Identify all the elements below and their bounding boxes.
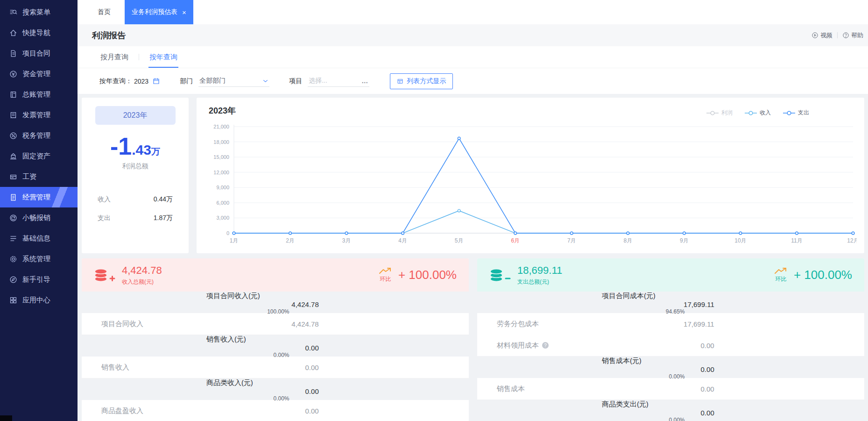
- ledger-icon: [9, 91, 17, 99]
- svg-text:11月: 11月: [791, 237, 802, 244]
- sidebar-item-app-center[interactable]: 应用中心: [0, 290, 78, 310]
- guide-icon: [9, 276, 17, 284]
- legend-item-expense[interactable]: 支出: [783, 109, 809, 117]
- legend-item-profit[interactable]: 利润: [706, 109, 733, 117]
- sidebar-item-label: 发票管理: [22, 111, 50, 120]
- profit-summary-card: 2023年 -1.43万 利润总额 收入0.44万 支出1.87万: [82, 98, 189, 253]
- quick-nav-icon: [9, 29, 17, 37]
- sidebar-footer[interactable]: [0, 415, 12, 421]
- sidebar-item-fixed-assets[interactable]: 固定资产: [0, 146, 78, 166]
- svg-text:12,000: 12,000: [213, 170, 229, 175]
- svg-text:18,000: 18,000: [213, 139, 229, 145]
- table-row: 商品盘盈收入 0.00: [82, 400, 469, 421]
- income-mom: 环比 + 100.00%: [379, 267, 457, 283]
- sidebar-item-label: 搜索菜单: [22, 8, 50, 17]
- table-row: 商品类支出(元) 0.00 0.00%: [477, 400, 864, 421]
- expense-total-value: 18,699.11: [517, 264, 562, 277]
- tax-icon: [9, 132, 17, 140]
- divider: [139, 54, 139, 60]
- table-row: 商品类收入(元) 0.00 0.00%: [82, 378, 469, 400]
- help-link[interactable]: 帮助: [842, 31, 863, 40]
- table-row: 项目合同收入 4,424.78: [82, 313, 469, 335]
- expense-total-label: 支出总额(元): [517, 278, 562, 286]
- query-panel: 按月查询 按年查询 按年查询： 2023 部门 全部部门 项目 选择... …: [78, 46, 868, 94]
- table-row: 材料领用成本? 0.00: [477, 335, 864, 357]
- sidebar-item-label: 固定资产: [22, 152, 50, 161]
- list-view-icon: [397, 78, 403, 85]
- svg-text:6,000: 6,000: [216, 200, 229, 206]
- income-card-header: 4,424.78 收入总额(元) 环比 + 100.00%: [82, 258, 469, 292]
- sidebar-item-project-contract[interactable]: 项目合同: [0, 43, 78, 64]
- sidebar-item-tax[interactable]: 税务管理: [0, 125, 78, 146]
- expense-card: 18,699.11 支出总额(元) 环比 + 100.00% 项目合同成: [477, 258, 864, 421]
- sidebar-item-funds[interactable]: 资金管理: [0, 64, 78, 84]
- project-select[interactable]: 选择... …: [308, 75, 369, 87]
- sidebar-item-label: 快捷导航: [22, 29, 50, 37]
- sidebar-item-label: 工资: [22, 172, 36, 181]
- close-icon[interactable]: ×: [182, 8, 186, 16]
- sidebar-item-guide[interactable]: 新手引导: [0, 269, 78, 290]
- title-links: 视频 帮助: [812, 31, 863, 40]
- app-root: 搜索菜单 快捷导航 项目合同 资金管理 总账管理 发票管理 税务管理 固定资产: [0, 0, 868, 421]
- project-contract-icon: [9, 50, 17, 57]
- svg-text:9月: 9月: [680, 237, 689, 244]
- sidebar-item-system[interactable]: 系统管理: [0, 249, 78, 269]
- svg-text:10月: 10月: [734, 237, 746, 244]
- sidebar-item-invoice[interactable]: 发票管理: [0, 105, 78, 125]
- year-pill: 2023年: [95, 106, 176, 125]
- sidebar-item-label: 基础信息: [22, 234, 50, 243]
- sidebar-item-reimburse[interactable]: 小畅报销: [0, 207, 78, 228]
- help-icon[interactable]: ?: [542, 342, 549, 349]
- tab-home[interactable]: 首页: [92, 0, 116, 24]
- svg-text:7月: 7月: [567, 237, 576, 244]
- sidebar-item-search-menu[interactable]: 搜索菜单: [0, 2, 78, 22]
- search-menu-icon: [9, 8, 17, 16]
- table-row: 销售成本 0.00: [477, 378, 864, 400]
- trend-up-icon: [379, 267, 392, 275]
- table-row: 劳务分包成本 17,699.11: [477, 313, 864, 335]
- mom-label: 环比: [775, 275, 786, 283]
- system-icon: [9, 255, 17, 263]
- calendar-icon[interactable]: [152, 77, 160, 85]
- trend-up-icon: [775, 267, 787, 275]
- expense-total: 18,699.11 支出总额(元): [517, 264, 562, 286]
- legend-marker: [706, 111, 719, 115]
- play-circle-icon: [812, 32, 819, 39]
- sidebar-item-operations[interactable]: 经营管理: [0, 187, 78, 207]
- question-circle-icon: [842, 32, 849, 39]
- profit-total-label: 利润总额: [82, 162, 189, 171]
- svg-text:2月: 2月: [286, 237, 295, 244]
- sidebar-item-basic-info[interactable]: 基础信息: [0, 228, 78, 249]
- dashboard: 2023年 -1.43万 利润总额 收入0.44万 支出1.87万 2023年 …: [78, 94, 868, 421]
- chevron-down-icon: [262, 78, 268, 84]
- sidebar-item-label: 资金管理: [22, 70, 50, 78]
- table-row: 销售收入(元) 0.00 0.00%: [82, 335, 469, 357]
- svg-text:0: 0: [226, 230, 229, 236]
- title-bar: 利润报告 视频 帮助: [78, 24, 868, 46]
- tab-monthly-query[interactable]: 按月查询: [99, 46, 129, 68]
- sidebar-item-label: 项目合同: [22, 49, 50, 58]
- table-row: 项目合同成本(元) 17,699.11 94.65%: [477, 292, 864, 313]
- legend-item-income[interactable]: 收入: [745, 109, 771, 117]
- dept-select-value: 全部部门: [199, 77, 226, 85]
- legend-marker: [783, 111, 795, 115]
- sidebar-item-label: 小畅报销: [22, 214, 50, 222]
- tab-yearly-query[interactable]: 按年查询: [148, 46, 178, 68]
- video-link[interactable]: 视频: [812, 31, 833, 40]
- legend-marker: [745, 111, 757, 115]
- more-icon[interactable]: …: [361, 77, 368, 85]
- sidebar-item-quick-nav[interactable]: 快捷导航: [0, 22, 78, 43]
- profit-chart-card: 2023年 利润 收入 支出: [197, 98, 864, 253]
- sidebar-item-ledger[interactable]: 总账管理: [0, 84, 78, 105]
- dept-select[interactable]: 全部部门: [198, 75, 269, 87]
- year-value[interactable]: 2023: [134, 78, 148, 85]
- svg-text:1月: 1月: [230, 237, 239, 244]
- reimburse-icon: [9, 214, 17, 222]
- tab-profit-forecast[interactable]: 业务利润预估表 ×: [125, 0, 193, 24]
- sidebar-item-salary[interactable]: 工资: [0, 166, 78, 187]
- sidebar-item-label: 总账管理: [22, 90, 50, 99]
- list-view-button[interactable]: 列表方式显示: [390, 73, 453, 89]
- income-total: 4,424.78 收入总额(元): [122, 264, 162, 286]
- query-tabs: 按月查询 按年查询: [78, 46, 868, 68]
- svg-text:15,000: 15,000: [213, 154, 229, 160]
